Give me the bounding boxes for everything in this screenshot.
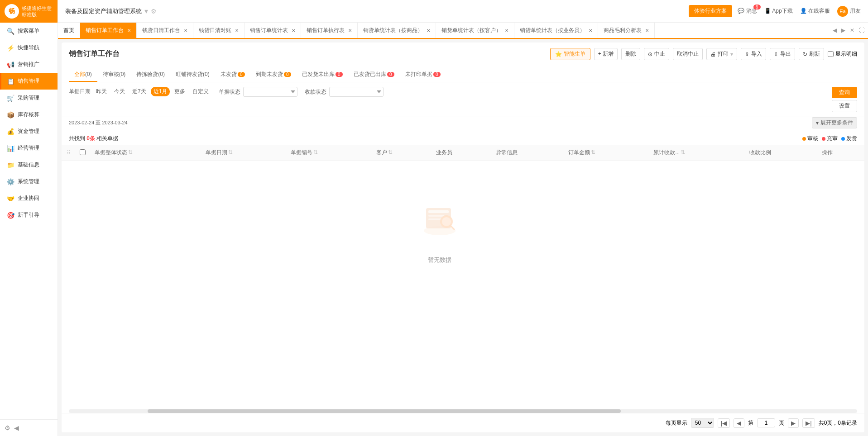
tab-item-1[interactable]: 销售订单工作台✕: [80, 23, 137, 38]
import-button[interactable]: ⇪ 导入: [741, 48, 766, 60]
sidebar-item-5[interactable]: 📦库存核算: [0, 106, 58, 123]
date-filter-btn-2[interactable]: 近7天: [129, 87, 149, 96]
approve-dot-icon: [802, 137, 806, 141]
payment-select[interactable]: [329, 87, 384, 97]
tab-item-8[interactable]: 销货单统计表（按业务员）✕: [514, 23, 598, 38]
ship-action-button[interactable]: 发货: [841, 135, 857, 142]
tab-close-all-button[interactable]: ✕: [848, 26, 856, 34]
table-col-6[interactable]: 订单金额⇅: [564, 145, 649, 161]
sub-tab-2[interactable]: 待拣验货(0): [131, 68, 170, 82]
tab-item-2[interactable]: 钱货日清工作台✕: [137, 23, 193, 38]
prev-page-button[interactable]: ◀: [734, 418, 744, 428]
sub-tab-1[interactable]: 待审核(0): [97, 68, 131, 82]
sidebar-item-9[interactable]: ⚙️系统管理: [0, 173, 58, 190]
horizontal-scrollbar[interactable]: [69, 409, 857, 413]
last-page-button[interactable]: ▶|: [802, 418, 815, 428]
tab-item-9[interactable]: 商品毛利分析表✕: [598, 23, 655, 38]
sidebar-item-11[interactable]: 🎯新手引导: [0, 207, 58, 223]
tab-close-6[interactable]: ✕: [427, 28, 430, 33]
sidebar-item-4[interactable]: 🛒采购管理: [0, 90, 58, 106]
print-button[interactable]: 🖨 打印 ▾: [706, 48, 737, 60]
sub-tab-5[interactable]: 到期未发货0: [250, 68, 297, 82]
settings-icon[interactable]: ⚙: [5, 424, 10, 431]
tab-close-4[interactable]: ✕: [292, 28, 295, 33]
tab-item-4[interactable]: 销售订单统计表✕: [245, 23, 301, 38]
sidebar-item-8[interactable]: 📁基础信息: [0, 156, 58, 173]
table-col-0[interactable]: 单据整体状态⇅: [90, 145, 201, 161]
date-filter-btn-4[interactable]: 更多: [172, 87, 188, 96]
refresh-button[interactable]: ↻ 刷新: [799, 48, 824, 60]
page-size-select[interactable]: 50 20 100: [691, 418, 714, 428]
page-number-input[interactable]: [757, 418, 775, 427]
expand-conditions-button[interactable]: ▾ 展开更多条件: [812, 117, 857, 128]
date-filter-btn-0[interactable]: 昨天: [93, 87, 110, 96]
tab-close-7[interactable]: ✕: [505, 28, 508, 33]
sidebar-item-3[interactable]: 📋销售管理: [0, 73, 58, 90]
approve-action-button[interactable]: 审核: [802, 135, 818, 142]
smart-create-button[interactable]: ⭐ 智能生单: [550, 48, 590, 60]
collapse-icon[interactable]: ◀: [14, 424, 19, 431]
sidebar-item-6[interactable]: 💰资金管理: [0, 123, 58, 140]
solution-button[interactable]: 体验行业方案: [689, 5, 732, 17]
cancel-stop-button[interactable]: 取消中止: [673, 48, 703, 60]
table-checkbox-col[interactable]: [75, 145, 90, 161]
sidebar-item-2[interactable]: 📢营销推广: [0, 56, 58, 73]
next-page-button[interactable]: ▶: [788, 418, 799, 428]
delete-button[interactable]: 删除: [621, 48, 640, 60]
show-detail-toggle[interactable]: 显示明细: [828, 50, 857, 58]
table-col-1[interactable]: 单据日期⇅: [201, 145, 286, 161]
user-menu-button[interactable]: Ea 用友: [837, 6, 861, 17]
sidebar-item-1[interactable]: ⚡快捷导航: [0, 39, 58, 56]
tab-close-3[interactable]: ✕: [235, 28, 239, 33]
tab-item-6[interactable]: 销货单统计表（按商品）✕: [358, 23, 436, 38]
scroll-thumb[interactable]: [148, 409, 621, 413]
first-page-button[interactable]: |◀: [718, 418, 730, 428]
dropdown-arrow-icon[interactable]: ▾: [144, 7, 148, 15]
tab-close-9[interactable]: ✕: [645, 28, 649, 33]
tab-scroll-left-button[interactable]: ◀: [831, 26, 839, 34]
export-button[interactable]: ⇩ 导出: [770, 48, 795, 60]
select-all-checkbox[interactable]: [80, 149, 86, 155]
date-filter-btn-3[interactable]: 近1月: [151, 87, 170, 96]
date-filter-btn-1[interactable]: 今天: [111, 87, 128, 96]
sidebar-item-10[interactable]: 🤝企业协同: [0, 190, 58, 207]
query-button[interactable]: 查询: [832, 87, 857, 98]
messages-button[interactable]: 💬 6 消息: [738, 7, 757, 15]
status-select[interactable]: [243, 87, 297, 97]
tab-item-7[interactable]: 销货单统计表（按客户）✕: [436, 23, 514, 38]
add-button[interactable]: + 新增: [594, 48, 618, 60]
sub-tab-8[interactable]: 未打印单据0: [400, 68, 446, 82]
table-col-3[interactable]: 客户⇅: [372, 145, 432, 161]
tab-close-1[interactable]: ✕: [127, 28, 131, 33]
filter-area: 单据日期 昨天今天近7天近1月更多自定义 单据状态 收款状态 查询: [62, 82, 864, 117]
reject-action-button[interactable]: 充审: [822, 135, 838, 142]
sidebar-item-0[interactable]: 🔍搜索菜单: [0, 23, 58, 39]
date-filter-btn-5[interactable]: 自定义: [190, 87, 211, 96]
settings-gear-icon[interactable]: ⚙: [151, 8, 157, 15]
app-download-button[interactable]: 📱 App下载: [764, 7, 793, 15]
sub-tab-0[interactable]: 全部(0): [69, 68, 97, 82]
tab-item-3[interactable]: 钱货日清对账✕: [193, 23, 245, 38]
tab-item-0[interactable]: 首页: [58, 23, 80, 38]
show-detail-checkbox[interactable]: [828, 51, 834, 57]
tab-scroll-right-button[interactable]: ▶: [839, 26, 847, 34]
sidebar-item-7[interactable]: 📊经营管理: [0, 140, 58, 156]
sub-tab-6[interactable]: 已发货未出库0: [297, 68, 348, 82]
tab-maximize-button[interactable]: ⛶: [857, 26, 866, 34]
system-name: 装备及固定资产辅助管理系统 ▾ ⚙: [65, 7, 683, 15]
sub-tab-4[interactable]: 未发货0: [215, 68, 250, 82]
export-icon: ⇩: [774, 51, 778, 57]
tab-close-2[interactable]: ✕: [184, 28, 187, 33]
settings-button[interactable]: 设置: [832, 100, 857, 112]
table-col-7[interactable]: 累计收款...⇅: [649, 145, 745, 161]
table-col-2[interactable]: 单据编号⇅: [286, 145, 371, 161]
tab-close-8[interactable]: ✕: [589, 28, 592, 33]
tab-item-5[interactable]: 销售订单执行表✕: [301, 23, 358, 38]
tab-close-5[interactable]: ✕: [348, 28, 352, 33]
online-service-button[interactable]: 👤 在线客服: [800, 7, 830, 15]
data-table-area: ⠿ 单据整体状态⇅单据日期⇅单据编号⇅客户⇅业务员异常信息订单金额⇅累计收款..…: [62, 145, 864, 409]
stop-button[interactable]: ⊙ 中止: [644, 48, 669, 60]
date-range-row: 2023-02-24 至 2023-03-24 ▾ 展开更多条件: [62, 117, 864, 132]
sub-tab-3[interactable]: 旺铺待发货(0): [170, 68, 215, 82]
sub-tab-7[interactable]: 已发货已出库0: [348, 68, 400, 82]
